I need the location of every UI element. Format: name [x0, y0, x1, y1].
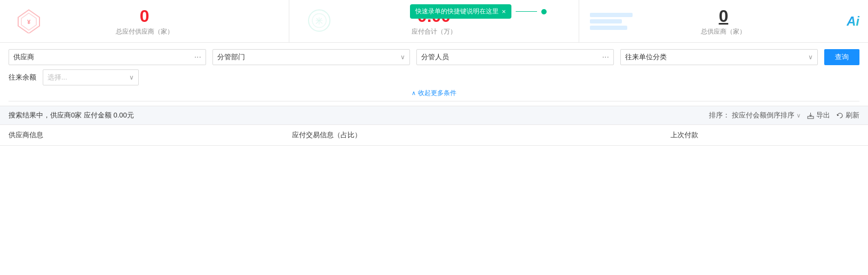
- person-label: 分管人员: [421, 52, 449, 62]
- refresh-icon: [837, 112, 843, 119]
- supplier-dots[interactable]: ···: [194, 52, 201, 62]
- sort-arrow: ∨: [796, 112, 801, 119]
- diamond-icon-area: ¥: [16, 7, 42, 35]
- tooltip-container: 快速录单的快捷键说明在这里 ×: [410, 4, 547, 19]
- svg-text:米: 米: [315, 16, 323, 25]
- table-col-header-1: 供应商信息: [9, 130, 292, 140]
- results-actions: 排序： 按应付会额倒序排序 ∨ 导出 刷新: [709, 111, 859, 120]
- collapse-label: 收起更多条件: [418, 89, 456, 98]
- stats-bar: ¥ 0 总应付供应商（家） 米 快速录单的快捷键说明在这里 × 0.00 应付合…: [0, 0, 868, 43]
- unit-category-filter[interactable]: 往来单位分类 ∨: [620, 49, 818, 65]
- dept-filter[interactable]: 分管部门 ∨: [212, 49, 410, 65]
- supplier-label: 供应商: [13, 52, 34, 62]
- table-col-header-2: 应付交易信息（占比）: [292, 130, 670, 140]
- query-button[interactable]: 查询: [824, 49, 859, 65]
- piggy-icon-area: 米: [305, 6, 333, 36]
- table-area: 供应商信息 应付交易信息（占比） 上次付款: [0, 125, 868, 275]
- unit-category-label: 往来单位分类: [625, 52, 667, 62]
- balance-select[interactable]: 选择... ∨: [43, 69, 139, 85]
- collapse-button[interactable]: ∧ 收起更多条件: [412, 89, 456, 98]
- table-header: 供应商信息 应付交易信息（占比） 上次付款: [0, 125, 868, 146]
- dept-arrow[interactable]: ∨: [400, 53, 405, 61]
- total-suppliers-number: 0: [719, 6, 728, 26]
- unit-category-arrow[interactable]: ∨: [808, 53, 813, 61]
- supplier-filter[interactable]: 供应商 ···: [9, 49, 206, 65]
- tooltip-bubble: 快速录单的快捷键说明在这里 ×: [410, 4, 511, 19]
- filter-area: 供应商 ··· 分管部门 ∨ 分管人员 ··· 往来单位分类 ∨ 查询 往来余额: [0, 43, 868, 106]
- person-filter[interactable]: 分管人员 ···: [416, 49, 614, 65]
- table-body: [0, 146, 868, 275]
- svg-text:¥: ¥: [27, 18, 31, 25]
- payable-suppliers-number: 0: [140, 6, 149, 26]
- export-label: 导出: [816, 111, 830, 120]
- stat-payable-total: 米 快速录单的快捷键说明在这里 × 0.00 应付合计（万）: [289, 0, 579, 42]
- person-dots[interactable]: ···: [602, 52, 609, 62]
- payable-total-label: 应付合计（万）: [412, 27, 456, 36]
- bg-blocks: [590, 13, 633, 30]
- balance-label: 往来余额: [9, 73, 36, 82]
- balance-placeholder: 选择...: [48, 73, 127, 82]
- results-info: 搜索结果中，供应商0家 应付金额 0.00元: [9, 111, 134, 120]
- sort-dropdown[interactable]: 排序： 按应付会额倒序排序 ∨: [709, 111, 801, 120]
- stat-total-suppliers: 0 总供应商（家） Ai: [579, 0, 868, 42]
- ai-badge[interactable]: Ai: [847, 14, 859, 29]
- refresh-label: 刷新: [846, 111, 859, 120]
- refresh-button[interactable]: 刷新: [837, 111, 859, 120]
- table-col-header-3: 上次付款: [670, 130, 859, 140]
- diamond-icon: ¥: [16, 7, 42, 33]
- filter-row-1: 供应商 ··· 分管部门 ∨ 分管人员 ··· 往来单位分类 ∨ 查询: [9, 49, 859, 65]
- export-icon: [807, 112, 814, 119]
- total-suppliers-label: 总供应商（家）: [701, 27, 746, 36]
- sort-prefix: 排序：: [709, 111, 730, 120]
- tooltip-text: 快速录单的快捷键说明在这里: [415, 7, 499, 16]
- tooltip-dot: [541, 9, 547, 14]
- tooltip-close-button[interactable]: ×: [502, 8, 506, 15]
- sort-option: 按应付会额倒序排序: [732, 111, 794, 120]
- stat-total-payable-suppliers: ¥ 0 总应付供应商（家）: [0, 0, 289, 42]
- dept-label: 分管部门: [217, 52, 245, 62]
- collapse-icon: ∧: [412, 90, 416, 97]
- results-bar: 搜索结果中，供应商0家 应付金额 0.00元 排序： 按应付会额倒序排序 ∨ 导…: [0, 106, 868, 125]
- export-button[interactable]: 导出: [807, 111, 830, 120]
- filter-row-2: 往来余额 选择... ∨: [9, 69, 859, 85]
- tooltip-line: [516, 11, 537, 12]
- collapse-row: ∧ 收起更多条件: [9, 85, 859, 101]
- piggy-icon: 米: [305, 6, 333, 34]
- payable-suppliers-label: 总应付供应商（家）: [116, 27, 173, 36]
- balance-arrow: ∨: [129, 74, 134, 81]
